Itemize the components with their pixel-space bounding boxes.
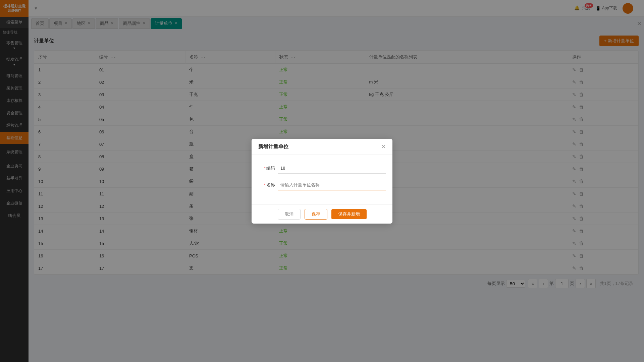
name-form-row: *名称 [258, 180, 386, 190]
modal-header: 新增计量单位 ✕ [252, 139, 392, 155]
modal-body: *编码 *名称 [252, 155, 392, 204]
modal-footer: 取消 保存 保存并新增 [252, 204, 392, 224]
name-input[interactable] [278, 180, 386, 190]
code-input[interactable] [278, 163, 386, 174]
modal-overlay: 新增计量单位 ✕ *编码 *名称 取消 保存 保存并新增 [0, 0, 644, 362]
code-form-row: *编码 [258, 163, 386, 174]
modal-close-button[interactable]: ✕ [381, 143, 386, 150]
save-new-button[interactable]: 保存并新增 [331, 209, 367, 219]
name-label: *名称 [258, 182, 275, 188]
add-unit-modal: 新增计量单位 ✕ *编码 *名称 取消 保存 保存并新增 [252, 139, 392, 224]
cancel-button[interactable]: 取消 [278, 209, 301, 220]
modal-title: 新增计量单位 [258, 143, 288, 150]
code-label: *编码 [258, 165, 275, 171]
save-button[interactable]: 保存 [305, 209, 327, 220]
